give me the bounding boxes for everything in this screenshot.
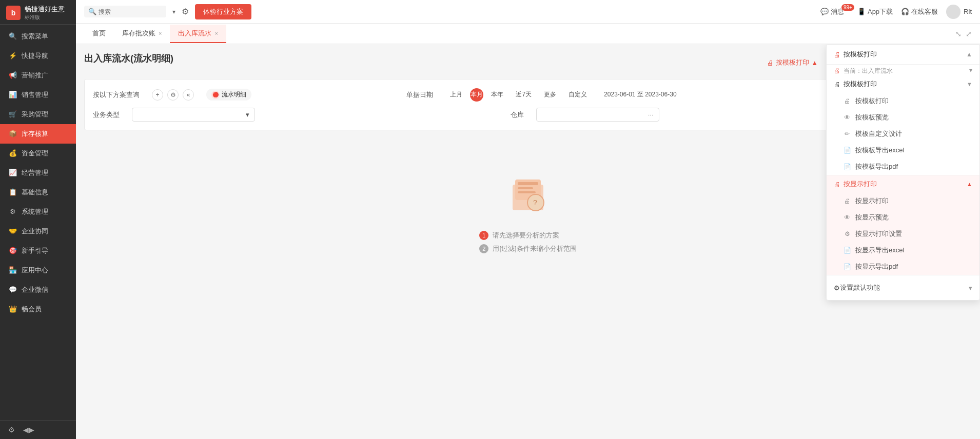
svg-rect-2: [518, 182, 538, 185]
page-title: 出入库流水(流水明细): [84, 52, 173, 65]
dp-item-label: 模板自定义设计: [855, 129, 902, 138]
sidebar-item-wechat[interactable]: 💬 企业微信: [0, 280, 76, 300]
date-filter-tags: 上月 本月 本年 近7天 更多 自定义: [445, 88, 592, 102]
date-tag-more[interactable]: 更多: [539, 88, 561, 101]
date-tag-custom[interactable]: 自定义: [564, 88, 592, 101]
sidebar-item-search[interactable]: 🔍 搜索菜单: [0, 27, 76, 46]
date-tag-this-month[interactable]: 本月: [470, 88, 483, 102]
tab-restore-icon[interactable]: ⤡: [955, 30, 962, 38]
print-dropdown-panel: 🖨 按模板打印 ▲ 🖨 当前：出入库流水 ▾ 🖨 按模板打印: [826, 44, 980, 301]
tab-batch[interactable]: 库存批次账 ×: [114, 25, 170, 43]
sidebar-item-label: 基础信息: [22, 188, 48, 197]
app-download[interactable]: 📱 App下载: [857, 7, 893, 16]
dp-item-display-print[interactable]: 🖨 按显示打印: [827, 193, 979, 209]
print-template-button[interactable]: 🖨 按模板打印 ▲: [763, 56, 822, 69]
top-header: 🔍 ▾ ⚙ 体验行业方案 💬 消息 99+ 📱 App下载 🎧 在: [76, 0, 980, 24]
biz-type-chevron: ▾: [246, 111, 249, 118]
user-menu[interactable]: Rit: [946, 5, 972, 19]
filter-add-button[interactable]: +: [152, 89, 163, 101]
sidebar-item-guide[interactable]: 🎯 新手引导: [0, 241, 76, 261]
tab-batch-close[interactable]: ×: [159, 30, 162, 36]
dp-header-chevron[interactable]: ▲: [966, 51, 972, 58]
purchase-icon: 🛒: [8, 110, 17, 119]
message-count: 99+: [841, 4, 854, 11]
sidebar-item-label: 资金管理: [22, 149, 48, 158]
customer-service[interactable]: 🎧 在线客服: [901, 7, 938, 16]
dp-item-template-design[interactable]: ✏ 模板自定义设计: [827, 126, 979, 142]
brand-name: 畅捷通好生意: [25, 5, 65, 14]
dp-item-display-pdf[interactable]: 📄 按显示导出pdf: [827, 258, 979, 275]
basic-icon: 📋: [8, 188, 17, 197]
empty-illustration: ?: [502, 169, 554, 221]
message-badge[interactable]: 💬 消息 99+: [820, 7, 849, 16]
dp-item-template-excel[interactable]: 📄 按模板导出excel: [827, 142, 979, 158]
header-search-box[interactable]: 🔍: [84, 6, 166, 17]
dp-item-display-preview[interactable]: 👁 按显示预览: [827, 209, 979, 226]
sidebar-item-quick-nav[interactable]: ⚡ 快捷导航: [0, 46, 76, 66]
dp-item-icon: ✏: [843, 130, 851, 138]
header-gear-icon[interactable]: ⚙: [182, 7, 189, 16]
filter-collapse-btn[interactable]: «: [183, 89, 194, 101]
dp-item-label: 按模板预览: [855, 113, 889, 122]
warehouse-select[interactable]: ···: [536, 108, 659, 122]
dp-item-template-preview[interactable]: 👁 按模板预览: [827, 109, 979, 126]
sidebar-item-label: 搜索菜单: [22, 32, 48, 41]
sidebar-bottom: ⚙ ◀▶: [0, 420, 76, 439]
logo: b 畅捷通好生意 标准版: [0, 0, 76, 25]
search-input[interactable]: [99, 8, 150, 15]
dp-template-icon: 🖨: [834, 81, 840, 88]
tab-maximize-icon[interactable]: ⤢: [966, 30, 972, 38]
message-icon: 💬: [820, 8, 829, 15]
date-tag-7days[interactable]: 近7天: [511, 88, 536, 101]
date-tag-last-month[interactable]: 上月: [445, 88, 467, 101]
dp-item-template-print[interactable]: 🖨 按模板打印: [827, 93, 979, 109]
sidebar-item-system[interactable]: ⚙ 系统管理: [0, 202, 76, 222]
sidebar-item-basic[interactable]: 📋 基础信息: [0, 183, 76, 202]
dp-default-setting[interactable]: ⚙ 设置默认功能 ▾: [834, 280, 972, 296]
page-content: 出入库流水(流水明细) 🖨 按模板打印 ▲ ⬆ 导出 🔄 刷新: [76, 44, 980, 439]
sidebar-item-operations[interactable]: 📈 经营管理: [0, 163, 76, 183]
dp-item-display-settings[interactable]: ⚙ 按显示打印设置: [827, 226, 979, 242]
sidebar-item-appstore[interactable]: 🏪 应用中心: [0, 261, 76, 280]
print-btn-label: 按模板打印: [776, 58, 809, 67]
tab-home[interactable]: 首页: [84, 25, 114, 43]
dp-current-icon: 🖨: [834, 67, 840, 74]
quick-nav-icon: ⚡: [8, 51, 17, 61]
sidebar-item-cooperation[interactable]: 🤝 企业协同: [0, 222, 76, 241]
dp-item-display-excel[interactable]: 📄 按显示导出excel: [827, 242, 979, 258]
wechat-icon: 💬: [8, 285, 17, 294]
date-tag-this-year[interactable]: 本年: [486, 88, 508, 101]
tab-flow[interactable]: 出入库流水 ×: [170, 25, 226, 43]
vip-icon: 👑: [8, 305, 17, 314]
industry-solution-button[interactable]: 体验行业方案: [195, 4, 251, 19]
biz-type-select[interactable]: ▾: [132, 108, 255, 122]
warehouse-more-icon: ···: [648, 111, 654, 118]
dp-item-label: 按显示预览: [855, 213, 889, 222]
dp-template-header[interactable]: 🖨 按模板打印 ▼: [827, 75, 979, 93]
tab-flow-close[interactable]: ×: [214, 30, 218, 36]
sidebar-item-sales[interactable]: 📊 销售管理: [0, 85, 76, 105]
sidebar-item-marketing[interactable]: 📢 营销推广: [0, 66, 76, 85]
sidebar-collapse-icon[interactable]: ◀▶: [23, 426, 34, 434]
inventory-icon: 📦: [8, 129, 17, 138]
sidebar-item-finance[interactable]: 💰 资金管理: [0, 144, 76, 163]
dp-display-items: 🖨 按显示打印 👁 按显示预览 ⚙ 按显示打印设置 📄: [827, 193, 979, 275]
filter-label-date: 按以下方案查询: [93, 90, 140, 99]
dp-current-chevron[interactable]: ▾: [969, 67, 972, 74]
dp-display-header[interactable]: 🖨 按显示打印 ▲: [827, 175, 979, 193]
sidebar-settings-icon[interactable]: ⚙: [8, 426, 15, 434]
dp-display-title: 按显示打印: [844, 179, 877, 189]
sales-icon: 📊: [8, 90, 17, 99]
filter-gear-button[interactable]: ⚙: [167, 89, 179, 101]
sidebar-item-label: 新手引导: [22, 246, 48, 255]
sidebar-item-vip[interactable]: 👑 畅会员: [0, 300, 76, 319]
header-dropdown-btn[interactable]: ▾: [172, 8, 175, 15]
dp-item-template-pdf[interactable]: 📄 按模板导出pdf: [827, 158, 979, 175]
sidebar-item-inventory[interactable]: 📦 库存核算: [0, 124, 76, 144]
sidebar-item-purchase[interactable]: 🛒 采购管理: [0, 105, 76, 124]
dp-item-label: 按模板打印: [855, 96, 889, 106]
step-2-text: 用[过滤]条件来缩小分析范围: [493, 244, 576, 253]
sidebar-item-label: 采购管理: [22, 110, 48, 119]
appstore-icon: 🏪: [8, 266, 17, 275]
brand-sub: 标准版: [25, 14, 65, 21]
